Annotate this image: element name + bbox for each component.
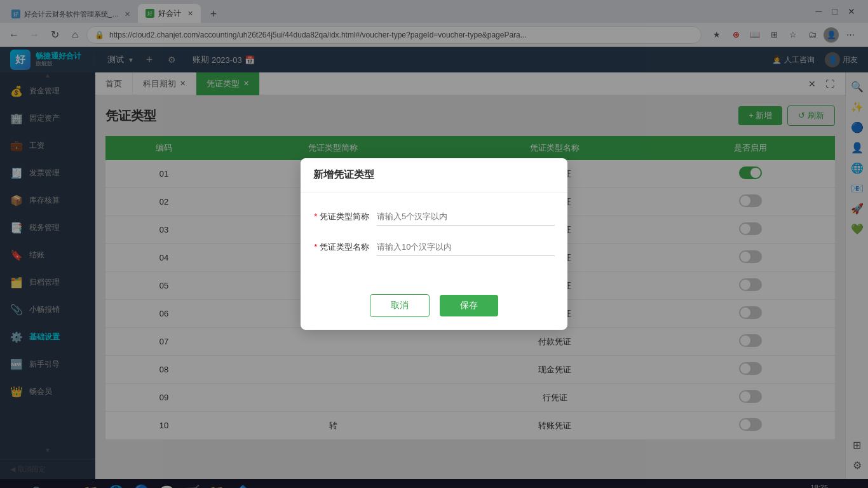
modal-title: 新增凭证类型: [313, 169, 374, 180]
name-input[interactable]: [377, 238, 555, 256]
new-voucher-type-modal: 新增凭证类型 凭证类型简称 凭证类型名称 取消 保存: [301, 158, 567, 330]
modal-header: 新增凭证类型: [301, 158, 567, 193]
modal-overlay: 新增凭证类型 凭证类型简称 凭证类型名称 取消 保存: [0, 0, 868, 488]
modal-save-btn[interactable]: 保存: [440, 295, 498, 316]
save-label: 保存: [460, 300, 478, 310]
modal-cancel-btn[interactable]: 取消: [370, 294, 430, 317]
modal-footer: 取消 保存: [301, 284, 567, 330]
name-row: 凭证类型名称: [313, 238, 555, 256]
abbr-input[interactable]: [377, 208, 555, 226]
cancel-label: 取消: [391, 300, 409, 310]
abbr-row: 凭证类型简称: [313, 208, 555, 226]
modal-body: 凭证类型简称 凭证类型名称: [301, 193, 567, 284]
name-label: 凭证类型名称: [313, 241, 377, 253]
abbr-label: 凭证类型简称: [313, 211, 377, 222]
